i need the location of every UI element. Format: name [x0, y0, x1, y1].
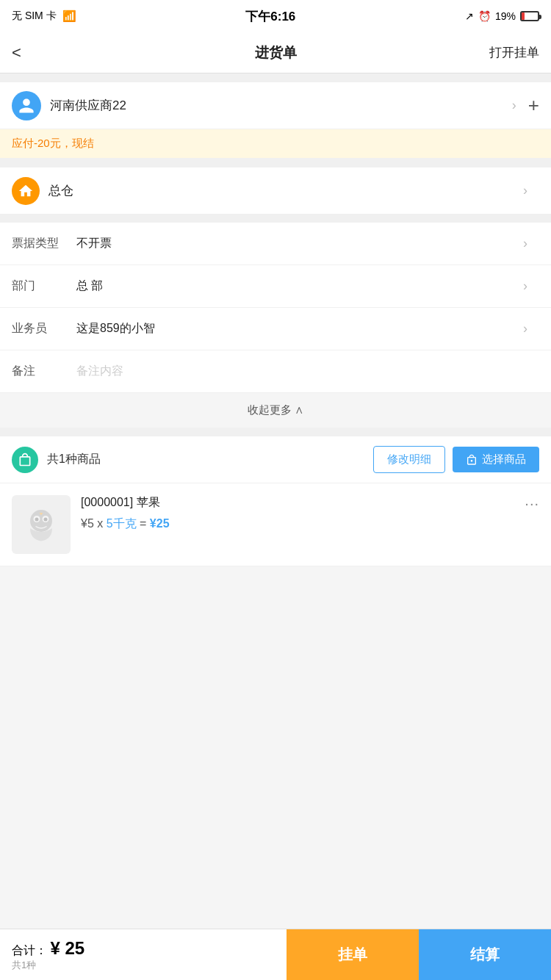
section-divider-4 — [0, 428, 551, 436]
open-pending-button[interactable]: 打开挂单 — [489, 44, 539, 61]
products-icon — [12, 447, 38, 473]
invoice-type-label: 票据类型 — [12, 236, 71, 251]
carrier-text: 无 SIM 卡 — [12, 10, 57, 23]
collapse-button[interactable]: 收起更多 ∧ — [0, 393, 551, 428]
department-label: 部门 — [12, 278, 71, 294]
product-thumbnail — [12, 495, 71, 554]
product-code: [0000001] — [81, 496, 137, 508]
select-product-button[interactable]: 选择商品 — [453, 447, 539, 472]
section-divider-3 — [0, 214, 551, 223]
svg-point-4 — [44, 518, 48, 522]
edit-detail-button[interactable]: 修改明细 — [373, 446, 445, 473]
location-icon: ↗ — [465, 10, 474, 22]
select-product-label: 选择商品 — [482, 453, 526, 466]
supplier-row[interactable]: 河南供应商22 › + — [0, 82, 551, 129]
section-divider-2 — [0, 158, 551, 167]
battery-fill — [522, 12, 525, 20]
footer: 合计： ¥ 25 共1种 挂单 结算 — [0, 929, 551, 980]
shopping-bag-icon — [18, 453, 32, 467]
salesman-value: 这是859的小智 — [71, 321, 523, 336]
total-label: 合计： — [12, 944, 47, 956]
status-left: 无 SIM 卡 📶 — [12, 10, 76, 23]
battery-percent: 19% — [495, 10, 516, 22]
warehouse-icon — [12, 177, 40, 205]
supplier-section: 河南供应商22 › + 应付-20元，现结 — [0, 82, 551, 158]
product-title: 苹果 — [137, 496, 160, 508]
footer-total-row: 合计： ¥ 25 — [12, 938, 275, 959]
product-name: [0000001] 苹果 — [81, 495, 519, 511]
supplier-avatar — [12, 91, 41, 120]
alarm-icon: ⏰ — [478, 10, 491, 22]
home-icon — [18, 183, 34, 199]
back-button[interactable]: < — [12, 43, 21, 62]
add-supplier-button[interactable]: + — [528, 94, 539, 117]
product-placeholder-icon — [23, 506, 60, 543]
balance-notice: 应付-20元，现结 — [0, 129, 551, 158]
product-total: ¥25 — [150, 517, 170, 530]
select-product-icon — [466, 454, 478, 466]
page-title: 进货单 — [255, 43, 297, 62]
salesman-chevron-icon: › — [523, 321, 527, 336]
product-info: [0000001] 苹果 ¥5 x 5千克 = ¥25 — [81, 495, 519, 532]
department-chevron-icon: › — [523, 278, 527, 294]
status-bar: 无 SIM 卡 📶 下午6:16 ↗ ⏰ 19% — [0, 0, 551, 32]
remark-row[interactable]: 备注 备注内容 — [0, 350, 551, 393]
warehouse-section: 总仓 › — [0, 167, 551, 214]
department-value: 总 部 — [71, 278, 523, 294]
products-count-label: 共1种商品 — [47, 452, 373, 467]
status-right: ↗ ⏰ 19% — [465, 10, 539, 22]
hang-order-button[interactable]: 挂单 — [287, 929, 419, 981]
total-count: 共1种 — [12, 959, 275, 972]
products-section: 共1种商品 修改明细 选择商品 [0000001 — [0, 436, 551, 566]
remark-placeholder[interactable]: 备注内容 — [71, 364, 539, 379]
checkout-button[interactable]: 结算 — [419, 929, 551, 981]
battery-icon — [520, 11, 539, 21]
products-header: 共1种商品 修改明细 选择商品 — [0, 436, 551, 483]
supplier-name: 河南供应商22 — [50, 97, 512, 114]
status-time: 下午6:16 — [245, 8, 295, 25]
product-price: ¥5 x 5千克 = ¥25 — [81, 516, 519, 532]
product-quantity[interactable]: 5千克 — [107, 517, 137, 530]
department-row[interactable]: 部门 总 部 › — [0, 265, 551, 308]
wifi-icon: 📶 — [62, 10, 76, 23]
footer-spacer — [0, 566, 551, 625]
salesman-label: 业务员 — [12, 321, 71, 336]
invoice-type-value: 不开票 — [71, 236, 523, 251]
product-more-button[interactable]: ··· — [525, 495, 539, 512]
svg-point-3 — [35, 518, 39, 522]
form-section: 票据类型 不开票 › 部门 总 部 › 业务员 这是859的小智 › 备注 备注… — [0, 223, 551, 393]
nav-bar: < 进货单 打开挂单 — [0, 32, 551, 73]
warehouse-chevron-icon: › — [523, 183, 527, 198]
warehouse-row[interactable]: 总仓 › — [0, 167, 551, 214]
product-equals: = — [140, 517, 150, 530]
product-unit-price: ¥5 x — [81, 517, 107, 530]
section-divider-1 — [0, 73, 551, 82]
supplier-chevron-icon: › — [512, 98, 516, 113]
total-amount: ¥ 25 — [50, 938, 84, 958]
warehouse-name: 总仓 — [48, 182, 523, 199]
remark-label: 备注 — [12, 364, 71, 379]
person-icon — [18, 97, 35, 115]
footer-total: 合计： ¥ 25 共1种 — [0, 938, 287, 972]
invoice-type-row[interactable]: 票据类型 不开票 › — [0, 223, 551, 265]
salesman-row[interactable]: 业务员 这是859的小智 › — [0, 308, 551, 350]
product-item: [0000001] 苹果 ¥5 x 5千克 = ¥25 ··· — [0, 483, 551, 566]
invoice-chevron-icon: › — [523, 236, 527, 251]
